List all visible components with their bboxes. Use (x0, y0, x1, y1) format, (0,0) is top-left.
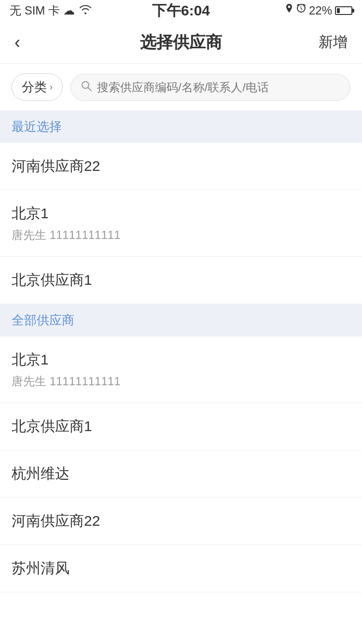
list-item[interactable]: 北京供应商1 (0, 257, 362, 304)
chevron-right-icon: › (50, 82, 53, 92)
filter-bar: 分类 › (0, 64, 362, 111)
item-name: 北京1 (12, 204, 350, 224)
status-bar: 无 SIM 卡 ☁ 下午6:04 22% (0, 0, 362, 21)
all-section-header: 全部供应商 (0, 304, 362, 336)
search-box[interactable] (70, 74, 350, 101)
recent-items-list: 河南供应商22北京1唐先生 11111111111北京供应商1 (0, 143, 362, 304)
item-name: 河南供应商22 (12, 511, 350, 531)
list-item[interactable]: 北京1唐先生 11111111111 (0, 190, 362, 257)
list-item[interactable]: 河南供应商22 (0, 498, 362, 545)
item-name: 北京1 (12, 350, 350, 370)
status-time: 下午6:04 (152, 1, 210, 21)
status-right: 22% (285, 4, 352, 17)
wifi-icon (79, 4, 92, 17)
all-section-label: 全部供应商 (12, 313, 74, 327)
battery-icon (335, 6, 352, 15)
nav-bar: ‹ 选择供应商 新增 (0, 21, 362, 64)
list-item[interactable]: 杭州维达 (0, 450, 362, 498)
all-items-list: 北京1唐先生 11111111111北京供应商1杭州维达河南供应商22苏州清风 (0, 336, 362, 592)
item-name: 河南供应商22 (12, 156, 350, 176)
category-label: 分类 (22, 79, 47, 96)
page-title: 选择供应商 (140, 31, 222, 54)
category-filter[interactable]: 分类 › (12, 73, 63, 101)
svg-line-1 (88, 87, 92, 91)
battery-pct: 22% (309, 4, 332, 17)
search-input[interactable] (97, 81, 340, 94)
list-item[interactable]: 北京1唐先生 11111111111 (0, 336, 362, 403)
location-icon (285, 4, 293, 17)
no-sim-label: 无 SIM 卡 ☁ (10, 3, 75, 18)
item-name: 杭州维达 (12, 464, 350, 484)
item-detail: 唐先生 11111111111 (12, 227, 350, 243)
add-button[interactable]: 新增 (319, 32, 348, 52)
item-name: 北京供应商1 (12, 417, 350, 436)
back-button[interactable]: ‹ (14, 32, 43, 53)
item-name: 苏州清风 (12, 559, 350, 578)
list-item[interactable]: 苏州清风 (0, 545, 362, 592)
list-item[interactable]: 河南供应商22 (0, 143, 362, 190)
item-name: 北京供应商1 (12, 270, 350, 290)
status-left: 无 SIM 卡 ☁ (10, 3, 92, 18)
list-item[interactable]: 北京供应商1 (0, 403, 362, 450)
item-detail: 唐先生 11111111111 (12, 374, 350, 389)
search-icon (81, 80, 92, 95)
alarm-icon (296, 4, 306, 17)
recent-section-label: 最近选择 (12, 119, 62, 134)
recent-section-header: 最近选择 (0, 111, 362, 143)
